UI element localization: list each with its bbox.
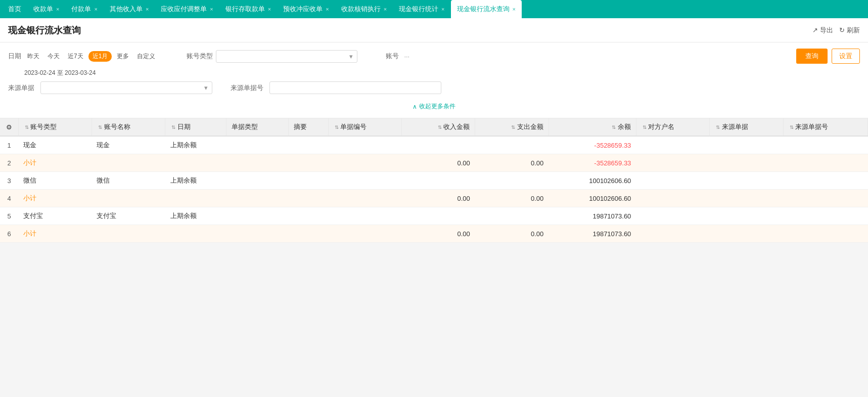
row-summary <box>288 207 328 225</box>
col-account-name[interactable]: ⇅ 账号名称 <box>92 118 165 136</box>
row-doc-no <box>328 190 401 207</box>
close-icon[interactable]: × <box>94 6 97 12</box>
row-income <box>401 207 475 225</box>
account-type-select[interactable]: ▾ <box>216 50 357 63</box>
row-counterpart <box>636 225 709 243</box>
row-account-type: 小计 <box>18 225 92 243</box>
row-doc-no <box>328 172 401 190</box>
date-more[interactable]: 更多 <box>114 51 132 62</box>
action-buttons: 查询 设置 <box>796 49 860 64</box>
source-doc-select[interactable]: ▾ <box>40 81 212 94</box>
date-custom[interactable]: 自定义 <box>134 51 158 62</box>
nav-bank-deposit[interactable]: 银行存取款单 × <box>219 0 277 18</box>
nav-receipts[interactable]: 收款单 × <box>27 0 65 18</box>
row-doc-no <box>328 154 401 172</box>
row-balance: 100102606.60 <box>549 172 636 190</box>
account-more-icon[interactable]: ··· <box>402 51 412 62</box>
close-icon[interactable]: × <box>326 6 329 12</box>
row-num: 6 <box>0 225 18 243</box>
close-icon[interactable]: × <box>146 6 149 12</box>
nav-advance-offset[interactable]: 预收冲应收单 × <box>277 0 335 18</box>
col-balance[interactable]: ⇅ 余额 <box>549 118 636 136</box>
col-doc-no[interactable]: ⇅ 单据编号 <box>328 118 401 136</box>
col-income[interactable]: ⇅ 收入金额 <box>401 118 475 136</box>
row-expense: 0.00 <box>475 190 549 207</box>
date-7days[interactable]: 近7天 <box>65 51 86 62</box>
settings-button[interactable]: 设置 <box>832 49 860 64</box>
row-balance: -3528659.33 <box>549 154 636 172</box>
nav-cash-bank-stats[interactable]: 现金银行统计 × <box>393 0 450 18</box>
sort-icon: ⇅ <box>171 124 175 130</box>
table-row: 3 微信 微信 上期余额 100102606.60 <box>0 172 868 190</box>
sort-icon: ⇅ <box>438 124 442 130</box>
close-icon[interactable]: × <box>56 6 59 12</box>
account-type-label: 账号类型 <box>187 52 213 61</box>
date-today[interactable]: 今天 <box>44 51 63 62</box>
row-expense <box>475 172 549 190</box>
data-table: ⚙ ⇅ 账号类型 ⇅ 账号名称 ⇅ 日期 单据类型 摘要 ⇅ 单据编号 ⇅ 收入… <box>0 118 868 243</box>
query-button[interactable]: 查询 <box>796 49 828 64</box>
sort-icon: ⇅ <box>716 124 720 130</box>
row-source-doc-no <box>783 136 867 154</box>
row-income <box>401 172 475 190</box>
row-summary <box>288 154 328 172</box>
close-icon[interactable]: × <box>268 6 271 12</box>
nav-cash-bank-flow[interactable]: 现金银行流水查询 × <box>451 0 522 18</box>
row-account-type: 小计 <box>18 190 92 207</box>
table-header: ⚙ ⇅ 账号类型 ⇅ 账号名称 ⇅ 日期 单据类型 摘要 ⇅ 单据编号 ⇅ 收入… <box>0 118 868 136</box>
chevron-down-icon: ▾ <box>349 53 353 60</box>
chevron-up-icon: ∧ <box>413 103 417 110</box>
row-counterpart <box>636 207 709 225</box>
nav-ar-ap-adjust[interactable]: 应收应付调整单 × <box>155 0 219 18</box>
col-summary[interactable]: 摘要 <box>288 118 328 136</box>
row-source-doc <box>710 225 783 243</box>
row-account-name <box>92 154 165 172</box>
nav-other-income[interactable]: 其他收入单 × <box>104 0 155 18</box>
col-source-doc-no[interactable]: ⇅ 来源单据号 <box>783 118 867 136</box>
col-doc-type[interactable]: 单据类型 <box>226 118 289 136</box>
row-counterpart <box>636 136 709 154</box>
row-source-doc-no <box>783 225 867 243</box>
source-doc-no-input[interactable] <box>269 81 441 94</box>
nav-home[interactable]: 首页 <box>2 0 27 18</box>
close-icon[interactable]: × <box>210 6 213 12</box>
close-icon[interactable]: × <box>384 6 387 12</box>
close-icon[interactable]: × <box>513 6 516 12</box>
col-date[interactable]: ⇅ 日期 <box>165 118 226 136</box>
row-expense <box>475 207 549 225</box>
page-header: 现金银行流水查询 ↗ 导出 ↻ 刷新 <box>0 18 868 42</box>
sort-icon: ⇅ <box>790 124 794 130</box>
row-doc-no <box>328 207 401 225</box>
close-icon[interactable]: × <box>441 6 444 12</box>
row-doc-type <box>226 225 289 243</box>
account-type-filter: 账号类型 ▾ <box>187 50 357 63</box>
table-row: 1 现金 现金 上期余额 -3528659.33 <box>0 136 868 154</box>
row-summary <box>288 136 328 154</box>
export-button[interactable]: ↗ 导出 <box>812 26 833 35</box>
account-label: 账号 <box>386 52 399 61</box>
col-counterpart[interactable]: ⇅ 对方户名 <box>636 118 709 136</box>
row-date: 上期余额 <box>165 207 226 225</box>
refresh-button[interactable]: ↻ 刷新 <box>839 26 860 35</box>
date-1month[interactable]: 近1月 <box>88 51 112 62</box>
row-income: 0.00 <box>401 154 475 172</box>
row-account-type: 支付宝 <box>18 207 92 225</box>
source-doc-filter: 来源单据 ▾ <box>8 81 212 94</box>
column-settings[interactable]: ⚙ <box>0 118 18 136</box>
table-container: ⚙ ⇅ 账号类型 ⇅ 账号名称 ⇅ 日期 单据类型 摘要 ⇅ 单据编号 ⇅ 收入… <box>0 118 868 243</box>
row-account-name <box>92 225 165 243</box>
nav-collection-exec[interactable]: 收款核销执行 × <box>335 0 393 18</box>
table-row: 5 支付宝 支付宝 上期余额 19871073.60 <box>0 207 868 225</box>
col-source-doc[interactable]: ⇅ 来源单据 <box>710 118 783 136</box>
row-counterpart <box>636 154 709 172</box>
row-account-name <box>92 190 165 207</box>
row-source-doc <box>710 190 783 207</box>
date-yesterday[interactable]: 昨天 <box>24 51 42 62</box>
collapse-button[interactable]: ∧ 收起更多条件 <box>8 99 860 112</box>
export-icon: ↗ <box>812 26 818 34</box>
col-account-type[interactable]: ⇅ 账号类型 <box>18 118 92 136</box>
row-date <box>165 190 226 207</box>
col-expense[interactable]: ⇅ 支出金额 <box>475 118 549 136</box>
nav-payments[interactable]: 付款单 × <box>65 0 103 18</box>
date-range-display: 2023-02-24 至 2023-03-24 <box>24 69 860 77</box>
